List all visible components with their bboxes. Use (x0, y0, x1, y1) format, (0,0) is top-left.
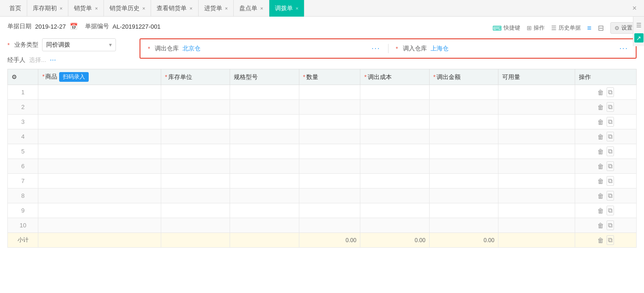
amount-cell[interactable] (429, 129, 498, 144)
amount-cell[interactable] (429, 100, 498, 115)
cost-cell[interactable] (360, 85, 429, 100)
avail-cell[interactable] (498, 144, 575, 159)
cost-cell[interactable] (360, 189, 429, 203)
tab-home[interactable]: 首页 (4, 0, 27, 17)
history-btn[interactable]: ☰ 历史单据 (551, 24, 581, 32)
cost-cell[interactable] (360, 203, 429, 218)
delete-icon[interactable]: 🗑 (597, 148, 604, 155)
unit-cell[interactable] (161, 144, 230, 159)
avail-cell[interactable] (498, 203, 575, 218)
spec-cell[interactable] (230, 115, 299, 129)
out-warehouse-more-icon[interactable]: ··· (371, 44, 380, 53)
operate-btn[interactable]: ⊞ 操作 (527, 24, 545, 32)
avail-cell[interactable] (498, 129, 575, 144)
tab-inventory-init[interactable]: 库存期初 × (27, 0, 68, 17)
avail-cell[interactable] (498, 174, 575, 189)
copy-icon[interactable]: ⧉ (607, 87, 614, 97)
amount-cell[interactable] (429, 203, 498, 218)
tab-sales-history[interactable]: 销货单历史 × (104, 0, 151, 17)
delete-icon[interactable]: 🗑 (597, 133, 604, 140)
gear-icon[interactable]: ⚙ (12, 73, 17, 80)
qty-cell[interactable] (299, 115, 360, 129)
sidebar-icon-notes[interactable]: ☰ (634, 20, 644, 30)
qty-cell[interactable] (299, 189, 360, 203)
delete-icon[interactable]: 🗑 (597, 118, 604, 126)
copy-icon[interactable]: ⧉ (607, 176, 614, 186)
spec-cell[interactable] (230, 144, 299, 159)
tab-inventory-check[interactable]: 盘点单 × (234, 0, 269, 17)
avail-cell[interactable] (498, 218, 575, 233)
delete-icon[interactable]: 🗑 (597, 177, 604, 185)
sidebar-icon-export[interactable]: ↗ (634, 33, 644, 43)
close-icon[interactable]: × (142, 6, 145, 11)
tab-view-sales[interactable]: 查看销货单 × (151, 0, 198, 17)
product-cell[interactable] (38, 129, 161, 144)
window-close-button[interactable]: × (629, 4, 640, 12)
copy-icon[interactable]: ⧉ (607, 206, 614, 215)
avail-cell[interactable] (498, 100, 575, 115)
copy-icon[interactable]: ⧉ (607, 117, 614, 127)
unit-cell[interactable] (161, 85, 230, 100)
qty-cell[interactable] (299, 100, 360, 115)
close-icon[interactable]: × (95, 6, 97, 11)
unit-cell[interactable] (161, 203, 230, 218)
cost-cell[interactable] (360, 174, 429, 189)
scan-btn[interactable]: 扫码录入 (59, 72, 89, 82)
cost-cell[interactable] (360, 115, 429, 129)
product-cell[interactable] (38, 203, 161, 218)
qty-cell[interactable] (299, 85, 360, 100)
avail-cell[interactable] (498, 115, 575, 129)
copy-icon[interactable]: ⧉ (607, 102, 614, 112)
delete-icon[interactable]: 🗑 (597, 89, 604, 96)
copy-icon[interactable]: ⧉ (607, 132, 614, 141)
tab-purchase[interactable]: 进货单 × (199, 0, 234, 17)
tab-transfer[interactable]: 调拨单 × (269, 0, 304, 17)
avail-cell[interactable] (498, 159, 575, 174)
unit-cell[interactable] (161, 100, 230, 115)
delete-icon[interactable]: 🗑 (597, 207, 604, 214)
qty-cell[interactable] (299, 218, 360, 233)
spec-cell[interactable] (230, 100, 299, 115)
cost-cell[interactable] (360, 159, 429, 174)
amount-cell[interactable] (429, 159, 498, 174)
person-select[interactable]: 选择... (29, 56, 46, 64)
close-icon[interactable]: × (296, 6, 298, 11)
product-cell[interactable] (38, 115, 161, 129)
tab-sales-order[interactable]: 销货单 × (68, 0, 103, 17)
calendar-icon[interactable]: 📅 (70, 23, 78, 30)
avail-cell[interactable] (498, 85, 575, 100)
delete-icon[interactable]: 🗑 (597, 163, 604, 170)
product-cell[interactable] (38, 85, 161, 100)
close-icon[interactable]: × (225, 6, 228, 11)
unit-cell[interactable] (161, 174, 230, 189)
spec-cell[interactable] (230, 218, 299, 233)
unit-cell[interactable] (161, 218, 230, 233)
qty-cell[interactable] (299, 129, 360, 144)
spec-cell[interactable] (230, 189, 299, 203)
unit-cell[interactable] (161, 129, 230, 144)
cost-cell[interactable] (360, 144, 429, 159)
layout-btn2[interactable]: ⊟ (598, 24, 604, 32)
shortcut-btn[interactable]: ⌨ 快捷键 (492, 24, 520, 32)
amount-cell[interactable] (429, 174, 498, 189)
spec-cell[interactable] (230, 129, 299, 144)
spec-cell[interactable] (230, 159, 299, 174)
product-cell[interactable] (38, 174, 161, 189)
in-warehouse-more-icon[interactable]: ··· (620, 44, 628, 53)
avail-cell[interactable] (498, 189, 575, 203)
delete-icon[interactable]: 🗑 (597, 237, 604, 244)
spec-cell[interactable] (230, 174, 299, 189)
copy-icon[interactable]: ⧉ (607, 191, 614, 201)
cost-cell[interactable] (360, 129, 429, 144)
product-cell[interactable] (38, 100, 161, 115)
qty-cell[interactable] (299, 144, 360, 159)
amount-cell[interactable] (429, 189, 498, 203)
layout-btn1[interactable]: ≡ (587, 24, 591, 32)
product-cell[interactable] (38, 218, 161, 233)
delete-icon[interactable]: 🗑 (597, 222, 604, 229)
copy-icon[interactable]: ⧉ (607, 146, 614, 156)
business-type-select[interactable]: 同价调拨 ▾ (42, 38, 116, 51)
amount-cell[interactable] (429, 144, 498, 159)
delete-icon[interactable]: 🗑 (597, 104, 604, 111)
qty-cell[interactable] (299, 174, 360, 189)
